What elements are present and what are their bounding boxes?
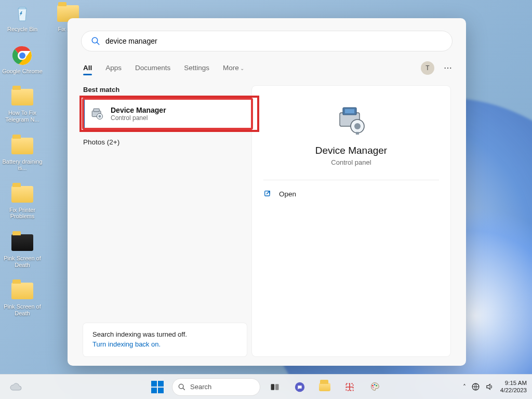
systray-clock[interactable]: 9:15 AM 4/22/2023 (500, 380, 527, 393)
chevron-down-icon: ⌄ (240, 65, 244, 71)
folder-icon (11, 86, 34, 109)
taskbar-chat[interactable] (289, 377, 310, 397)
more-options-button[interactable]: ⋯ (444, 63, 453, 73)
open-label: Open (279, 190, 296, 198)
desktop-icon-google-chrome[interactable]: Google Chrome (2, 44, 43, 75)
result-title: Device Manager (111, 106, 166, 114)
svg-rect-18 (271, 384, 275, 390)
desktop-icon-label: Pink Screen of Death (2, 255, 43, 268)
preview-pane: Device Manager Control panel Open (252, 78, 466, 366)
desktop-icon-pink-screen-1[interactable]: Pink Screen of Death (2, 231, 43, 268)
result-subtitle: Control panel (111, 114, 166, 122)
taskbar-search[interactable]: Search (172, 378, 260, 396)
paint-icon (369, 381, 380, 393)
svg-rect-6 (94, 109, 99, 112)
indexing-text: Search indexing was turned off. (92, 330, 237, 338)
open-icon (263, 190, 272, 198)
desktop-icon-fix-printer[interactable]: Fix Printer Problems (2, 183, 43, 220)
systray-time: 9:15 AM (500, 380, 527, 387)
taskbar: Search ˄ 9:15 AM 4/22/2023 (0, 374, 532, 399)
svg-point-13 (354, 123, 361, 129)
task-view-icon (270, 382, 280, 392)
svg-point-25 (373, 387, 374, 388)
svg-point-22 (372, 384, 374, 386)
photos-category[interactable]: Photos (2+) (83, 138, 252, 146)
svg-line-17 (183, 388, 184, 390)
folder-icon (11, 280, 34, 302)
folder-icon (11, 231, 34, 254)
svg-point-2 (19, 52, 25, 59)
svg-rect-19 (275, 384, 279, 390)
search-box[interactable] (81, 31, 453, 51)
network-icon[interactable] (471, 382, 480, 391)
results-pane: Best match Device Manager Control panel … (68, 78, 252, 366)
folder-icon (319, 383, 330, 391)
search-icon (178, 383, 186, 391)
taskbar-file-explorer[interactable] (314, 377, 335, 397)
desktop-icon-label: Fix Printer Problems (2, 207, 43, 220)
desktop-icon-label: Pink Screen of Death (2, 303, 43, 316)
volume-icon[interactable] (485, 382, 494, 391)
tab-all[interactable]: All (83, 61, 92, 75)
systray-date: 4/22/2023 (500, 387, 527, 394)
search-icon (91, 36, 100, 46)
svg-point-8 (98, 115, 101, 117)
taskbar-snipping-tool[interactable] (339, 377, 360, 397)
preview-subtitle: Control panel (331, 158, 371, 166)
best-match-heading: Best match (83, 86, 252, 94)
svg-point-23 (374, 384, 376, 385)
recycle-bin-icon (11, 2, 34, 25)
user-avatar[interactable]: T (421, 61, 434, 75)
svg-line-4 (97, 42, 99, 45)
desktop-icon-how-to-fix-telegram[interactable]: How To Fix Telegram N... (2, 86, 43, 123)
task-view-button[interactable] (264, 377, 285, 397)
chat-icon (294, 381, 305, 393)
desktop-icon-recycle-bin[interactable]: Recycle Bin (2, 2, 43, 33)
desktop-icon-battery-draining[interactable]: Battery draining is... (2, 135, 43, 171)
desktop-icon-label: Google Chrome (2, 68, 43, 75)
search-input[interactable] (105, 37, 443, 45)
indexing-notice: Search indexing was turned off. Turn ind… (83, 323, 247, 356)
taskbar-search-label: Search (190, 383, 211, 391)
folder-icon (11, 183, 34, 206)
indexing-enable-link[interactable]: Turn indexing back on. (92, 340, 161, 348)
result-device-manager[interactable]: Device Manager Control panel (83, 99, 252, 129)
folder-icon (11, 135, 34, 157)
tab-apps[interactable]: Apps (105, 61, 122, 75)
desktop-icon-label: Battery draining is... (2, 158, 43, 171)
tray-overflow[interactable]: ˄ (463, 383, 466, 391)
svg-rect-11 (345, 109, 354, 113)
desktop: Recycle Bin Google Chrome How To Fix Tel… (2, 2, 43, 317)
tab-more[interactable]: More⌄ (223, 61, 244, 75)
device-manager-icon (90, 107, 104, 121)
cloud-icon (9, 381, 22, 393)
open-action[interactable]: Open (263, 190, 296, 198)
preview-card: Device Manager Control panel Open (252, 86, 450, 356)
desktop-icon-label: Recycle Bin (7, 26, 37, 33)
preview-title: Device Manager (315, 145, 387, 156)
scope-tabs: All Apps Documents Settings More⌄ T ⋯ (68, 58, 466, 78)
desktop-icon-pink-screen-2[interactable]: Pink Screen of Death (2, 280, 43, 316)
start-button[interactable] (147, 377, 168, 397)
taskbar-paint[interactable] (364, 377, 385, 397)
tab-more-label: More (223, 64, 239, 72)
tab-documents[interactable]: Documents (135, 61, 170, 75)
weather-widget[interactable] (5, 377, 26, 397)
windows-logo-icon (151, 381, 164, 393)
tab-settings[interactable]: Settings (184, 61, 209, 75)
search-flyout: All Apps Documents Settings More⌄ T ⋯ Be… (68, 18, 466, 366)
snipping-tool-icon (344, 382, 355, 392)
chrome-icon (11, 44, 34, 67)
svg-rect-14 (356, 132, 359, 135)
divider (263, 180, 439, 180)
desktop-icon-label: How To Fix Telegram N... (2, 110, 43, 123)
device-manager-icon (335, 104, 368, 136)
svg-point-24 (376, 384, 377, 386)
